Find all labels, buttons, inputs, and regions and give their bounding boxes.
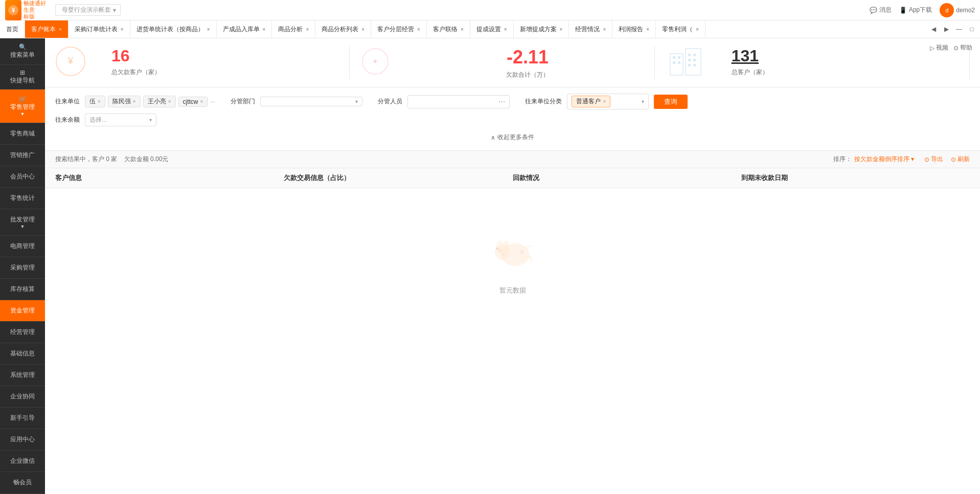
inventory-check-label: 库存核算 [0, 285, 45, 294]
dept-select[interactable]: ▾ [260, 97, 362, 106]
close-icon[interactable]: × [361, 27, 364, 32]
tab-new-raise-plan[interactable]: 新增提成方案 × [514, 20, 569, 38]
person-select[interactable]: ··· [407, 95, 510, 108]
tab-product-analysis-list[interactable]: 商品分析列表 × [315, 20, 371, 38]
tab-raise-settings[interactable]: 提成设置 × [470, 20, 514, 38]
filter-tag-4-close[interactable]: × [200, 99, 203, 104]
svg-text:✦: ✦ [372, 57, 378, 65]
tab-business-status[interactable]: 经营情况 × [569, 20, 612, 38]
filter-tag-4: cjttcw × [178, 97, 208, 107]
nav-tab-controls: ◀ ▶ — □ [928, 24, 980, 35]
close-icon[interactable]: × [646, 27, 649, 32]
sidebar-item-ecommerce[interactable]: 电商管理 [0, 236, 45, 257]
close-icon[interactable]: × [306, 27, 309, 32]
empty-text: 暂元数据 [499, 286, 526, 295]
col-header-repay: 回款情况 [513, 173, 741, 183]
close-icon[interactable]: × [263, 27, 266, 32]
sidebar-item-retail-stats[interactable]: 零售统计 [0, 188, 45, 209]
filter-tag-3-close[interactable]: × [168, 99, 171, 104]
sidebar-search[interactable]: 🔍 搜索菜单 [0, 38, 45, 65]
export-button[interactable]: ⊙ 导出 [924, 155, 943, 164]
unit-filter-label: 往来单位 [55, 97, 80, 106]
sort-value[interactable]: 按欠款金额倒序排序 ▾ [854, 155, 914, 164]
suite-name: 母婴行业演示帐套 [62, 6, 111, 14]
sidebar-item-capital-manage[interactable]: 资金管理 [0, 300, 45, 322]
sidebar-item-enterprise-agreement[interactable]: 企业协同 [0, 386, 45, 408]
refresh-button[interactable]: ⊙ 刷新 [951, 155, 970, 164]
close-icon[interactable]: × [417, 27, 420, 32]
sidebar-item-inventory-check[interactable]: 库存核算 [0, 279, 45, 300]
filter-tag-2-close[interactable]: × [133, 99, 136, 104]
app-download-button[interactable]: 📱 App下载 [899, 6, 932, 14]
customer-contact-tab-label: 客户联络 [433, 25, 458, 34]
category-select[interactable]: 普通客户 × ▾ [567, 94, 649, 109]
category-tag: 普通客户 × [572, 96, 610, 107]
top-right-actions: ▷ 视频 ⊙ 帮助 [930, 43, 972, 52]
tab-product-analysis[interactable]: 商品分析 × [272, 20, 315, 38]
suite-selector[interactable]: 母婴行业演示帐套 ▾ [55, 4, 121, 16]
collapse-button[interactable]: ∧ 收起更多条件 [55, 130, 970, 144]
messages-button[interactable]: 💬 消息 [870, 6, 892, 14]
tab-purchase-order[interactable]: 采购订单统计表 × [69, 20, 130, 38]
header-right: 💬 消息 📱 App下载 d demo2 [870, 3, 975, 17]
tab-profit-report[interactable]: 利润报告 × [612, 20, 656, 38]
sidebar-item-system-manage[interactable]: 系统管理 [0, 365, 45, 386]
user-avatar[interactable]: d demo2 [940, 3, 975, 17]
tab-prev-button[interactable]: ◀ [928, 24, 939, 35]
close-icon[interactable]: × [696, 27, 699, 32]
sidebar-item-retail-mall[interactable]: 零售商城 [0, 123, 45, 145]
close-icon[interactable]: × [603, 27, 606, 32]
tab-customer-account[interactable]: 客户账本 × [25, 20, 69, 38]
sidebar-item-operation-manage[interactable]: 经营管理 [0, 322, 45, 343]
member-center-label: 会员中心 [0, 172, 45, 181]
profit-report-tab-label: 利润报告 [619, 25, 643, 34]
sidebar-item-vip-member[interactable]: 畅会员 [0, 472, 45, 493]
close-icon[interactable]: × [207, 27, 210, 32]
tab-production-inbound[interactable]: 产成品入库单 × [217, 20, 272, 38]
filter-tag-1-close[interactable]: × [98, 99, 101, 104]
tab-customer-contact[interactable]: 客户联络 × [427, 20, 470, 38]
video-button[interactable]: ▷ 视频 [930, 43, 948, 52]
col-header-customer: 客户信息 [55, 173, 284, 183]
sidebar-item-purchase-manage[interactable]: 采购管理 [0, 257, 45, 279]
enterprise-agreement-label: 企业协同 [0, 392, 45, 401]
close-icon[interactable]: × [461, 27, 464, 32]
tab-home[interactable]: 首页 [0, 20, 25, 38]
sidebar-item-new-guide[interactable]: 新手引导 [0, 408, 45, 429]
tab-next-button[interactable]: ▶ [941, 24, 952, 35]
category-tag-close[interactable]: × [603, 99, 606, 104]
search-icon: 🔍 [0, 43, 45, 51]
filter-more-button[interactable]: ··· [210, 98, 215, 105]
messages-label: 消息 [879, 6, 892, 14]
help-button[interactable]: ⊙ 帮助 [953, 43, 972, 52]
person-filter-label: 分管人员 [378, 97, 402, 106]
svg-rect-6 [670, 54, 683, 75]
main-area: 🔍 搜索菜单 ⊞ 快捷导航 🛒 零售管理 ▼ 零售商城 营销推广 会员中心 [0, 38, 980, 494]
maximize-button[interactable]: □ [966, 24, 977, 35]
stat-total-debt: -2.11 欠款合计（万） [401, 46, 654, 79]
tab-inbound-stats[interactable]: 进货单统计表（按商品） × [130, 20, 217, 38]
tab-retail-profit[interactable]: 零售利润（ × [656, 20, 705, 38]
query-button[interactable]: 查询 [654, 95, 688, 109]
close-icon[interactable]: × [504, 27, 507, 32]
sidebar-item-wholesale-manage[interactable]: 批发管理 ▼ [0, 209, 45, 236]
balance-select[interactable]: 选择... ▾ [85, 114, 156, 126]
sidebar-item-app-center[interactable]: 应用中心 [0, 429, 45, 451]
close-icon[interactable]: × [560, 27, 563, 32]
person-ellipsis[interactable]: ··· [498, 97, 505, 106]
sort-label: 排序： 按欠款金额倒序排序 ▾ [833, 155, 914, 164]
sidebar-quick-nav[interactable]: ⊞ 快捷导航 [0, 65, 45, 89]
sidebar-item-enterprise-wechat[interactable]: 企业微信 [0, 451, 45, 472]
dept-filter-label: 分管部门 [231, 97, 255, 106]
sidebar-item-marketing[interactable]: 营销推广 [0, 145, 45, 166]
user-name: demo2 [956, 7, 975, 14]
sidebar-item-member-center[interactable]: 会员中心 [0, 166, 45, 188]
total-clients-value: 131 [732, 46, 759, 65]
tab-customer-segment[interactable]: 客户分层经营 × [371, 20, 427, 38]
sidebar-item-retail-manage[interactable]: 🛒 零售管理 ▼ [0, 89, 45, 123]
chevron-down-icon: ▾ [642, 99, 644, 104]
close-icon[interactable]: × [121, 27, 124, 32]
minimize-button[interactable]: — [953, 24, 965, 35]
sidebar-item-basic-info[interactable]: 基础信息 [0, 343, 45, 365]
close-icon[interactable]: × [59, 27, 62, 32]
